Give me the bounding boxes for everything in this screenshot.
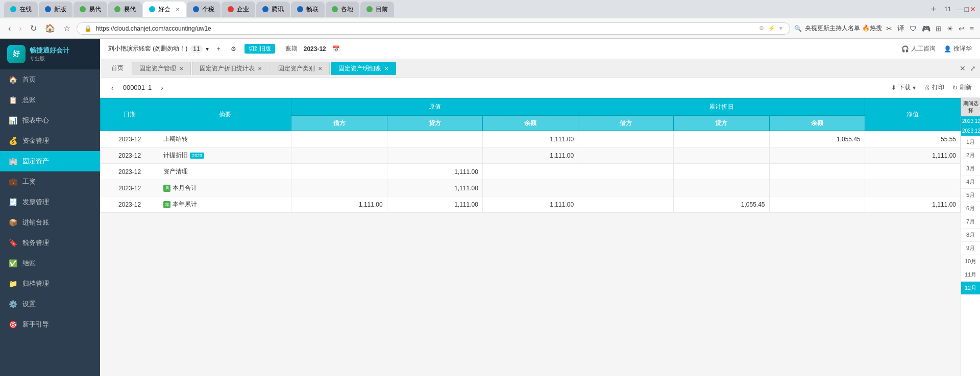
address-bar[interactable]: 🔒 https://cloud.chanjet.com/accounting/u…	[77, 22, 791, 35]
cell-yuan-balance	[482, 164, 578, 180]
cell-desc: 计提折旧2023	[159, 147, 291, 164]
year-badge: 2023	[190, 153, 204, 159]
period-month-item[interactable]: 1月	[961, 136, 980, 149]
page-tab-close-icon[interactable]: ✕	[384, 66, 388, 71]
browser-tab[interactable]: 新版	[39, 2, 72, 17]
search-text: 央视更新主持人名单 🔥热搜	[805, 24, 881, 33]
nav-icon: 🎯	[8, 320, 17, 329]
page-tab-close-icon[interactable]: ✕	[179, 66, 183, 71]
logo-icon: 好	[7, 45, 26, 63]
sidebar-item-资金管理[interactable]: 💰资金管理	[0, 131, 100, 151]
switch-version-button[interactable]: 切到旧版	[244, 44, 275, 54]
subheader-余额: 余额	[482, 116, 578, 131]
close-panel-button[interactable]: ✕	[960, 64, 966, 72]
period-month-item[interactable]: 10月	[961, 255, 980, 268]
grid-button[interactable]: ⊞	[936, 24, 942, 33]
user-icon: 👤	[944, 45, 951, 53]
minimize-button[interactable]: —	[957, 5, 964, 13]
account-selector[interactable]: 刘小艳演示账套 (勿删勿动！) 11 ▾	[108, 44, 209, 53]
forward-button[interactable]: ›	[17, 22, 23, 35]
next-account-button[interactable]: ›	[158, 83, 166, 93]
translate-button[interactable]: 译	[897, 24, 904, 33]
sidebar-item-税务管理[interactable]: 🔖税务管理	[0, 233, 100, 253]
maximize-button[interactable]: □	[965, 5, 969, 13]
browser-tab[interactable]: 畅联	[291, 2, 325, 17]
browser-tab[interactable]: 个税	[187, 2, 220, 17]
nav-label: 首页	[22, 75, 36, 84]
nav-icon: ⚙️	[8, 299, 17, 309]
browser-tab[interactable]: 易代	[108, 2, 142, 17]
browser-tab[interactable]: 易代	[74, 2, 107, 17]
sidebar-item-新手引导[interactable]: 🎯新手引导	[0, 314, 100, 335]
sidebar-item-总账[interactable]: 📋总账	[0, 90, 100, 110]
prev-account-button[interactable]: ‹	[108, 83, 117, 93]
page-tab-close-icon[interactable]: ✕	[258, 66, 262, 71]
sidebar-item-归档管理[interactable]: 📁归档管理	[0, 273, 100, 294]
period-month-item[interactable]: 11月	[961, 268, 980, 282]
close-window-button[interactable]: ✕	[970, 5, 976, 13]
period-month-item[interactable]: 9月	[961, 242, 980, 255]
page-tab-固定资产折旧统计表[interactable]: 固定资产折旧统计表✕	[192, 62, 270, 75]
sidebar-item-工资[interactable]: 💼工资	[0, 171, 100, 192]
back-button[interactable]: ‹	[6, 22, 13, 35]
period-month-item[interactable]: 7月	[961, 215, 980, 229]
page-toolbar: ‹ 000001 1 › ⬇ 下载 ▾ 🖨 打印 ↻ 刷新	[100, 78, 980, 98]
page-tab-固定资产类别[interactable]: 固定资产类别✕	[271, 62, 330, 75]
refresh-label: 刷新	[960, 83, 972, 92]
download-button[interactable]: ⬇ 下载 ▾	[891, 83, 916, 92]
page-tab-固定资产管理[interactable]: 固定资产管理✕	[132, 62, 191, 75]
tab-close-icon[interactable]: ✕	[176, 7, 180, 12]
sidebar-item-设置[interactable]: ⚙️设置	[0, 294, 100, 314]
service-button[interactable]: 🎧 人工咨询	[901, 44, 936, 53]
period-month-item[interactable]: 4月	[961, 176, 980, 189]
cell-yuan-debit	[291, 180, 387, 196]
nav-label: 工资	[22, 177, 36, 186]
browser-tab[interactable]: 好会✕	[143, 2, 186, 17]
scissors-button[interactable]: ✂	[886, 24, 892, 33]
page-tab-首页[interactable]: 首页	[104, 62, 131, 74]
security-icon: ⚙	[759, 25, 764, 32]
sidebar-item-发票管理[interactable]: 🧾发票管理	[0, 192, 100, 212]
period-month-item[interactable]: 6月	[961, 202, 980, 215]
print-button[interactable]: 🖨 打印	[924, 83, 944, 92]
download-icon: ⬇	[891, 84, 896, 91]
page-tab-label: 固定资产管理	[139, 64, 176, 73]
reload-button[interactable]: ↻	[28, 21, 39, 35]
main-content: 刘小艳演示账套 (勿删勿动！) 11 ▾ + ⚙ 切到旧版 账期 2023-12…	[100, 39, 980, 376]
browser-tab[interactable]: 腾讯	[256, 2, 290, 17]
browser-tab[interactable]: 各地	[326, 2, 359, 17]
settings-button[interactable]: ⚙	[229, 43, 238, 55]
user-button[interactable]: 👤 徐译华	[944, 44, 972, 53]
wallet-button[interactable]: 🛡	[910, 24, 917, 33]
sidebar-item-固定资产[interactable]: 🏢固定资产	[0, 151, 100, 171]
add-account-button[interactable]: +	[215, 43, 223, 55]
period-month-item[interactable]: 2月	[961, 149, 980, 162]
calendar-icon[interactable]: 📅	[332, 45, 340, 53]
browser-tab[interactable]: 目前	[360, 2, 394, 17]
period-month-item[interactable]: 12月	[961, 282, 980, 295]
period-month-item[interactable]: 8月	[961, 229, 980, 242]
nav-label: 资金管理	[22, 136, 49, 145]
bookmark-button[interactable]: ☆	[61, 21, 72, 35]
browser-tab[interactable]: 企业	[222, 2, 255, 17]
browser-tab[interactable]: 在线	[4, 2, 38, 17]
page-tab-close-icon[interactable]: ✕	[318, 66, 322, 71]
sidebar-item-进销台账[interactable]: 📦进销台账	[0, 212, 100, 233]
cell-yuan-balance: 1,111.00	[482, 131, 578, 147]
new-tab-button[interactable]: +	[928, 4, 940, 15]
sun-button[interactable]: ☀	[947, 24, 953, 33]
period-month-item[interactable]: 5月	[961, 189, 980, 202]
sidebar-item-结账[interactable]: ✅结账	[0, 253, 100, 273]
sidebar-item-首页[interactable]: 🏠首页	[0, 69, 100, 90]
refresh-button[interactable]: ↻ 刷新	[952, 83, 972, 92]
undo-button[interactable]: ↩	[959, 24, 965, 33]
period-month-item[interactable]: 3月	[961, 162, 980, 176]
page-tab-固定资产明细账[interactable]: 固定资产明细账✕	[331, 62, 396, 75]
menu-button[interactable]: ≡	[970, 24, 974, 33]
sidebar-item-报表中心[interactable]: 📊报表中心	[0, 110, 100, 131]
gamepad-button[interactable]: 🎮	[922, 24, 930, 33]
cell-yuan-credit: 1,111.00	[387, 196, 482, 213]
expand-panel-button[interactable]: ⤢	[970, 64, 976, 72]
subheader-贷方: 贷方	[387, 116, 482, 131]
home-button[interactable]: 🏠	[43, 21, 57, 35]
